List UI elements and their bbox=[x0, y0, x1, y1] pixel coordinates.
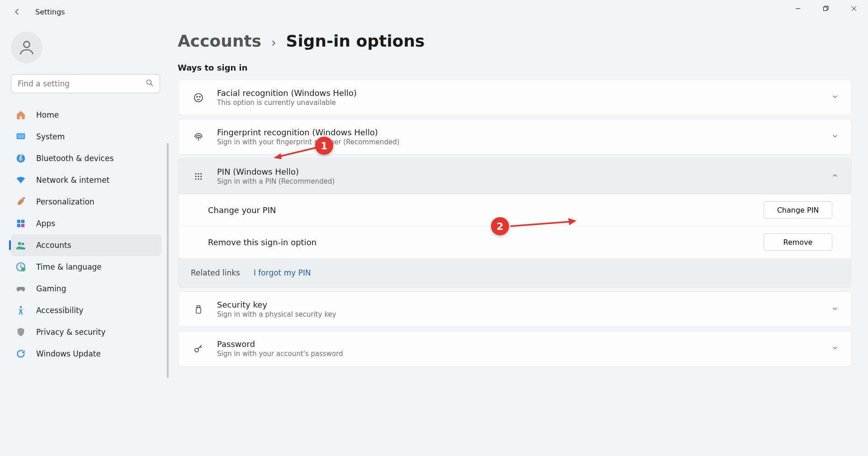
usb-key-icon bbox=[191, 304, 206, 315]
option-password-row[interactable]: Password Sign in with your account's pas… bbox=[178, 331, 851, 366]
nav-label: Home bbox=[36, 110, 59, 119]
remove-pin-button[interactable]: Remove bbox=[764, 233, 832, 251]
back-button[interactable] bbox=[12, 6, 23, 17]
close-button[interactable] bbox=[840, 0, 868, 17]
maximize-button[interactable] bbox=[812, 0, 840, 17]
nav-label: Bluetooth & devices bbox=[36, 154, 113, 163]
nav-personalization[interactable]: Personalization bbox=[11, 191, 161, 213]
nav-label: Gaming bbox=[36, 284, 66, 293]
close-icon bbox=[851, 5, 857, 12]
nav-network[interactable]: Network & internet bbox=[11, 169, 161, 191]
page-title: Sign-in options bbox=[286, 32, 425, 50]
nav-privacy[interactable]: Privacy & security bbox=[11, 321, 161, 343]
option-security-key: Security key Sign in with a physical sec… bbox=[178, 291, 852, 327]
option-facial: Facial recognition (Windows Hello) This … bbox=[178, 80, 852, 115]
pin-keypad-icon bbox=[191, 172, 206, 181]
home-icon bbox=[15, 109, 26, 120]
nav-label: Apps bbox=[36, 219, 55, 228]
svg-rect-12 bbox=[21, 220, 24, 223]
forgot-pin-link[interactable]: I forgot my PIN bbox=[254, 268, 311, 277]
main-content: Accounts › Sign-in options Ways to sign … bbox=[170, 23, 868, 456]
svg-point-4 bbox=[24, 42, 29, 48]
nav-home[interactable]: Home bbox=[11, 104, 161, 126]
chevron-right-icon: › bbox=[271, 36, 276, 49]
svg-rect-10 bbox=[22, 197, 25, 200]
svg-marker-36 bbox=[274, 153, 282, 159]
nav-bluetooth[interactable]: Bluetooth & devices bbox=[11, 147, 161, 169]
nav-time[interactable]: Time & language bbox=[11, 256, 161, 278]
nav-gaming[interactable]: Gaming bbox=[11, 278, 161, 299]
nav-label: Time & language bbox=[36, 262, 102, 271]
svg-rect-14 bbox=[21, 224, 24, 227]
nav-apps[interactable]: Apps bbox=[11, 213, 161, 234]
fingerprint-icon bbox=[191, 132, 206, 142]
remove-pin-row: Remove this sign-in option Remove bbox=[178, 226, 851, 258]
sidebar: Home System Bluetooth & devices Network … bbox=[0, 23, 170, 456]
nav-system[interactable]: System bbox=[11, 126, 161, 147]
avatar[interactable] bbox=[11, 32, 42, 63]
related-links: Related links I forgot my PIN bbox=[178, 258, 851, 287]
svg-rect-11 bbox=[17, 220, 20, 223]
face-icon bbox=[191, 92, 206, 103]
svg-point-23 bbox=[195, 173, 197, 174]
annotation-number: 1 bbox=[315, 137, 333, 155]
clock-icon bbox=[15, 261, 26, 272]
annotation-number: 2 bbox=[491, 217, 509, 235]
remove-pin-label: Remove this sign-in option bbox=[208, 238, 764, 247]
annotation-arrow-1 bbox=[273, 146, 318, 159]
sidebar-scrollbar[interactable] bbox=[167, 143, 169, 378]
titlebar: Settings bbox=[0, 0, 868, 23]
nav-label: Privacy & security bbox=[36, 328, 106, 337]
option-pin-row[interactable]: PIN (Windows Hello) Sign in with a PIN (… bbox=[178, 159, 851, 194]
svg-line-35 bbox=[279, 147, 317, 157]
nav-accessibility[interactable]: Accessibility bbox=[11, 299, 161, 321]
person-icon bbox=[18, 38, 36, 57]
breadcrumb: Accounts › Sign-in options bbox=[178, 32, 852, 50]
window-controls bbox=[784, 0, 868, 17]
option-subtitle: Sign in with your fingerprint scanner (R… bbox=[217, 138, 831, 146]
option-password: Password Sign in with your account's pas… bbox=[178, 331, 852, 366]
accounts-icon bbox=[15, 240, 26, 251]
annotation-bubble-2: 2 bbox=[491, 217, 509, 235]
nav-update[interactable]: Windows Update bbox=[11, 343, 161, 365]
svg-marker-38 bbox=[568, 218, 576, 225]
option-subtitle: Sign in with your account's password bbox=[217, 350, 831, 358]
svg-point-29 bbox=[195, 178, 197, 180]
chevron-down-icon bbox=[831, 305, 839, 314]
update-icon bbox=[15, 348, 26, 359]
option-title: Password bbox=[217, 339, 831, 349]
accessibility-icon bbox=[15, 305, 26, 316]
chevron-down-icon bbox=[831, 93, 839, 102]
change-pin-button[interactable]: Change PIN bbox=[764, 201, 832, 218]
option-security-key-row[interactable]: Security key Sign in with a physical sec… bbox=[178, 292, 851, 327]
svg-rect-8 bbox=[18, 134, 24, 138]
svg-point-24 bbox=[198, 173, 199, 174]
breadcrumb-parent[interactable]: Accounts bbox=[178, 32, 261, 50]
annotation-bubble-1: 1 bbox=[315, 137, 333, 155]
svg-point-34 bbox=[195, 348, 198, 352]
svg-line-37 bbox=[510, 222, 570, 226]
key-icon bbox=[191, 343, 206, 354]
system-icon bbox=[15, 131, 26, 142]
gamepad-icon bbox=[15, 283, 26, 294]
nav-accounts[interactable]: Accounts bbox=[11, 234, 161, 256]
svg-point-27 bbox=[198, 176, 199, 177]
minimize-button[interactable] bbox=[784, 0, 812, 17]
window-title: Settings bbox=[35, 8, 65, 16]
svg-point-28 bbox=[200, 176, 202, 177]
related-links-label: Related links bbox=[191, 268, 240, 277]
option-facial-row[interactable]: Facial recognition (Windows Hello) This … bbox=[178, 80, 851, 115]
svg-point-15 bbox=[18, 242, 21, 245]
search-icon bbox=[146, 79, 154, 89]
option-subtitle: This option is currently unavailable bbox=[217, 99, 831, 107]
svg-point-25 bbox=[200, 173, 202, 174]
option-subtitle: Sign in with a PIN (Recommended) bbox=[217, 177, 831, 185]
wifi-icon bbox=[15, 175, 26, 185]
apps-icon bbox=[15, 218, 26, 229]
option-title: Facial recognition (Windows Hello) bbox=[217, 88, 831, 98]
svg-point-19 bbox=[20, 306, 22, 308]
svg-rect-1 bbox=[824, 7, 827, 11]
svg-point-20 bbox=[194, 94, 203, 102]
svg-rect-33 bbox=[196, 307, 201, 313]
search-input[interactable] bbox=[11, 74, 160, 93]
